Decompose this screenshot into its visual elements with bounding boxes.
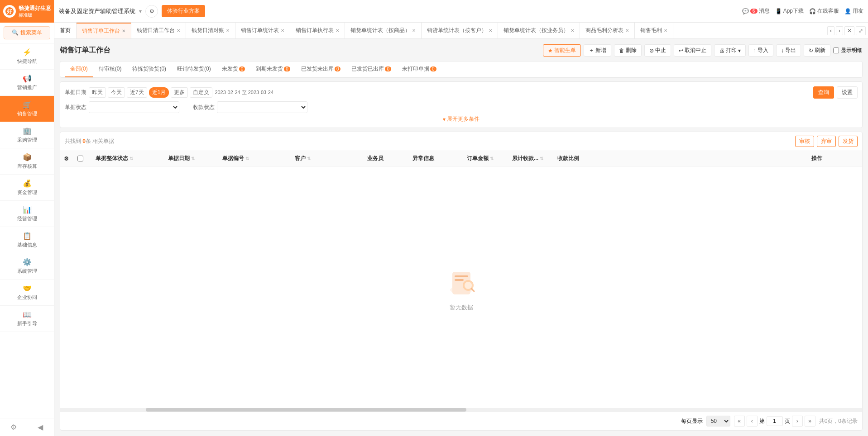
date-btn-1month[interactable]: 近1月 bbox=[149, 87, 169, 98]
sidebar-item-system[interactable]: ⚙️ 系统管理 bbox=[0, 253, 54, 280]
tab-cash-daily[interactable]: 钱货日清工作台 ✕ bbox=[131, 23, 186, 39]
sidebar-search-btn[interactable]: 🔍 搜索菜单 bbox=[4, 26, 50, 39]
tab-sales-stat[interactable]: 销售订单统计表 ✕ bbox=[235, 23, 290, 39]
tabbar-maximize-btn[interactable]: ⤢ bbox=[856, 26, 866, 35]
th-settings[interactable]: ⚙ bbox=[60, 156, 74, 162]
date-btn-today[interactable]: 今天 bbox=[108, 87, 125, 98]
tab-goods-margin[interactable]: 商品毛利分析表 ✕ bbox=[580, 23, 635, 39]
tab-close-sales-workbench[interactable]: ✕ bbox=[122, 28, 125, 33]
tabbar-close-btn[interactable]: ✕ bbox=[844, 26, 854, 35]
horizontal-scrollbar[interactable] bbox=[60, 408, 862, 412]
filter-tab-wangpu-ship[interactable]: 旺铺待发货(0) bbox=[172, 62, 216, 77]
sidebar-item-enterprise[interactable]: 🤝 企业协同 bbox=[0, 280, 54, 306]
date-btn-more[interactable]: 更多 bbox=[171, 87, 188, 98]
tabbar-next-btn[interactable]: › bbox=[836, 26, 843, 35]
date-btn-7days[interactable]: 近7天 bbox=[127, 87, 147, 98]
tab-close-sales-stat[interactable]: ✕ bbox=[281, 28, 284, 33]
payment-select[interactable] bbox=[217, 101, 307, 113]
tab-close-sales-profit[interactable]: ✕ bbox=[664, 28, 667, 33]
sidebar-item-finance[interactable]: 💰 资金管理 bbox=[0, 175, 54, 201]
page-first-btn[interactable]: « bbox=[734, 416, 745, 427]
th-staff[interactable]: 业务员 bbox=[364, 155, 409, 162]
search-btn[interactable]: 查询 bbox=[813, 86, 834, 99]
import-icon: ↑ bbox=[753, 47, 756, 54]
page-prev-btn[interactable]: ‹ bbox=[747, 416, 758, 427]
tab-close-goods-stat-staff[interactable]: ✕ bbox=[571, 28, 574, 33]
sidebar-search-area[interactable]: 🔍 搜索菜单 bbox=[0, 23, 54, 43]
cancel-review-btn[interactable]: 弃审 bbox=[817, 136, 836, 147]
sidebar-item-operations[interactable]: 📊 经营管理 bbox=[0, 201, 54, 227]
topbar-settings-btn[interactable]: ⚙ bbox=[145, 5, 158, 18]
sidebar-collapse-btn[interactable]: ◀ bbox=[27, 418, 54, 436]
sidebar-settings-btn[interactable]: ⚙ bbox=[0, 418, 27, 436]
tab-sales-workbench[interactable]: 销售订单工作台 ✕ bbox=[77, 23, 131, 39]
tabbar-prev-btn[interactable]: ‹ bbox=[827, 26, 834, 35]
ship-action-btn[interactable]: 发货 bbox=[839, 136, 858, 147]
filter-tab-pending-review[interactable]: 待审核(0) bbox=[93, 62, 127, 77]
print-btn[interactable]: 🖨 打印 ▾ bbox=[714, 44, 746, 57]
filter-tab-not-shipped[interactable]: 未发货0 bbox=[216, 62, 251, 77]
stop-btn[interactable]: ⊘ 中止 bbox=[644, 44, 671, 57]
refresh-btn[interactable]: ↻ 刷新 bbox=[804, 44, 830, 57]
tab-cash-reconcile[interactable]: 钱货日清对账 ✕ bbox=[186, 23, 235, 39]
tab-close-cash-daily[interactable]: ✕ bbox=[177, 28, 180, 33]
tab-close-goods-stat-product[interactable]: ✕ bbox=[412, 28, 416, 33]
th-status[interactable]: 单据整体状态 ⇅ bbox=[92, 155, 164, 162]
filter-tab-shipped-not-out[interactable]: 已发货未出库0 bbox=[296, 62, 346, 77]
page-last-btn[interactable]: » bbox=[805, 416, 815, 427]
topbar-dropdown-icon[interactable]: ▾ bbox=[139, 8, 142, 14]
add-btn[interactable]: ＋ 新增 bbox=[584, 44, 611, 57]
filter-tab-overdue-not-shipped[interactable]: 到期未发货0 bbox=[250, 62, 296, 77]
expand-conditions-btn[interactable]: ▾ 展开更多条件 bbox=[443, 115, 480, 123]
th-no[interactable]: 单据编号 ⇅ bbox=[219, 155, 291, 162]
sidebar-item-purchase[interactable]: 🏢 采购管理 bbox=[0, 122, 54, 148]
import-btn[interactable]: ↑ 导入 bbox=[748, 44, 773, 57]
cancel-stop-btn[interactable]: ↩ 取消中止 bbox=[674, 44, 711, 57]
tab-close-sales-exec[interactable]: ✕ bbox=[336, 28, 339, 33]
scrollbar-thumb[interactable] bbox=[146, 408, 466, 412]
select-all-checkbox[interactable] bbox=[77, 156, 83, 161]
online-service-btn[interactable]: 🎧 在线客服 bbox=[809, 7, 839, 15]
tab-sales-profit[interactable]: 销售毛利 ✕ bbox=[635, 23, 673, 39]
smart-create-btn[interactable]: ★ 智能生单 bbox=[543, 44, 581, 57]
tab-goods-stat-product[interactable]: 销货单统计表（按商品） ✕ bbox=[345, 23, 422, 39]
sidebar-item-sales[interactable]: 🛒 销售管理 bbox=[0, 96, 54, 122]
th-amount[interactable]: 订单金额 ⇅ bbox=[463, 155, 508, 162]
filter-tab-not-printed[interactable]: 未打印单据0 bbox=[397, 62, 442, 77]
industry-solution-btn[interactable]: 体验行业方案 bbox=[162, 5, 205, 17]
tab-home[interactable]: 首页 bbox=[54, 23, 77, 39]
date-btn-custom[interactable]: 自定义 bbox=[190, 87, 212, 98]
show-detail-label[interactable]: 显示明细 bbox=[833, 47, 863, 54]
page-input[interactable] bbox=[767, 416, 783, 426]
export-btn[interactable]: ↓ 导出 bbox=[776, 44, 801, 57]
delete-btn[interactable]: 🗑 删除 bbox=[614, 44, 642, 57]
tab-goods-stat-customer[interactable]: 销货单统计表（按客户） ✕ bbox=[422, 23, 498, 39]
th-check[interactable] bbox=[74, 156, 92, 161]
tab-close-goods-stat-customer[interactable]: ✕ bbox=[489, 28, 492, 33]
th-customer[interactable]: 客户 ⇅ bbox=[291, 155, 364, 162]
status-select[interactable] bbox=[89, 101, 179, 113]
sidebar-item-inventory[interactable]: 📦 库存核算 bbox=[0, 148, 54, 175]
app-download-btn[interactable]: 📱 App下载 bbox=[775, 7, 804, 15]
filter-tab-shipped-out[interactable]: 已发货已出库0 bbox=[346, 62, 397, 77]
page-next-btn[interactable]: › bbox=[792, 416, 803, 427]
th-date[interactable]: 单据日期 ⇅ bbox=[164, 155, 219, 162]
tab-sales-exec[interactable]: 销售订单执行表 ✕ bbox=[290, 23, 345, 39]
sidebar-item-basic[interactable]: 📋 基础信息 bbox=[0, 227, 54, 253]
tab-goods-stat-staff[interactable]: 销货单统计表（按业务员） ✕ bbox=[498, 23, 580, 39]
per-page-select[interactable]: 20 50 100 bbox=[706, 416, 730, 427]
th-collected[interactable]: 累计收款... ⇅ bbox=[508, 155, 554, 162]
search-settings-btn[interactable]: 设置 bbox=[837, 86, 858, 99]
filter-tab-all[interactable]: 全部(0) bbox=[65, 62, 93, 77]
filter-tab-pending-inspect[interactable]: 待拣货验货(0) bbox=[127, 62, 172, 77]
sidebar-item-marketing[interactable]: 📢 营销推广 bbox=[0, 70, 54, 96]
tab-close-goods-margin[interactable]: ✕ bbox=[625, 28, 629, 33]
date-btn-yesterday[interactable]: 昨天 bbox=[89, 87, 106, 98]
sidebar-item-guide[interactable]: 📖 新手引导 bbox=[0, 306, 54, 332]
show-detail-checkbox[interactable] bbox=[833, 47, 839, 53]
user-menu[interactable]: 👤 用友 bbox=[844, 7, 863, 15]
tab-close-cash-reconcile[interactable]: ✕ bbox=[226, 28, 230, 33]
message-btn[interactable]: 💬 6 消息 bbox=[742, 7, 770, 15]
sidebar-item-quick-nav[interactable]: ⚡ 快捷导航 bbox=[0, 43, 54, 70]
review-btn[interactable]: 审核 bbox=[795, 136, 814, 147]
